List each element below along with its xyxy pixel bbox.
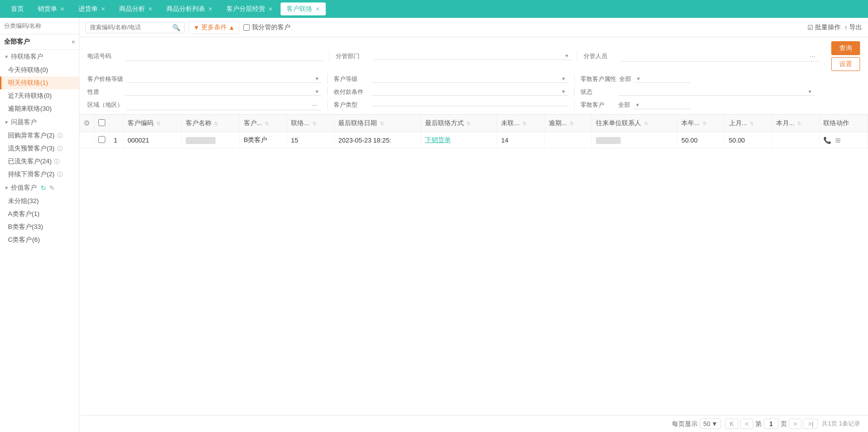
query-button[interactable]: 查询: [831, 41, 860, 55]
nav-goods-analysis-list-close[interactable]: ✕: [208, 6, 213, 12]
main-search-icon[interactable]: 🔍: [172, 24, 180, 31]
last-month-sort-icon[interactable]: ⇅: [750, 121, 754, 126]
filter-action-col: 查询 设置: [831, 41, 860, 71]
row-name-blurred: [186, 137, 216, 144]
row-name-cell: [181, 132, 239, 148]
type-sort-icon[interactable]: ⇅: [265, 121, 269, 126]
nav-customer-contact[interactable]: 客户联络 ✕: [281, 2, 326, 15]
batch-ops-button[interactable]: ☑ 批量操作: [807, 23, 841, 32]
sidebar-item-lost-risk[interactable]: 流失预警客户(3) ⓘ: [0, 142, 79, 155]
customer-type-select[interactable]: [371, 104, 568, 106]
sidebar-all-customers-header[interactable]: 全部客户 «: [0, 34, 79, 50]
table-settings-icon[interactable]: ⚙: [83, 119, 90, 127]
value-refresh-icon[interactable]: ↻: [41, 184, 46, 192]
sidebar-section-pending[interactable]: ▼ 待联络客户: [0, 50, 79, 64]
col-type: 客户... ⇅: [239, 115, 287, 132]
col-this-month: 本月... ⇅: [772, 115, 819, 132]
first-page-button[interactable]: K: [725, 419, 738, 429]
filter-toolbar: 🔍 ▼ 更多条件 ▲ 我分管的客户 ☑ 批量操作 ↑ 导出: [79, 18, 868, 37]
my-customers-checkbox[interactable]: [243, 24, 250, 31]
contact-sort-icon[interactable]: ⇅: [312, 121, 316, 126]
sidebar-item-tomorrow-contact[interactable]: 明天待联络(1): [0, 76, 79, 89]
problem-arrow-icon: ▼: [4, 120, 9, 125]
phone-input[interactable]: [125, 52, 323, 61]
next-page-button[interactable]: >: [789, 419, 802, 429]
region-select[interactable]: ···: [126, 100, 321, 110]
not-contacted-sort-icon[interactable]: ⇅: [522, 121, 526, 126]
page-number-input[interactable]: [764, 419, 779, 429]
sidebar-search-box[interactable]: 🔍: [0, 18, 79, 34]
filter-dept: 分管部门 ▼: [336, 52, 572, 61]
row-checkbox[interactable]: [98, 136, 105, 143]
action-phone-icon[interactable]: 📞: [823, 137, 831, 144]
search-box[interactable]: 🔍: [85, 22, 185, 33]
manager-dots-icon[interactable]: ···: [807, 52, 817, 60]
sidebar-item-overdue-contact[interactable]: 逾期来联络(30): [0, 102, 79, 115]
retail-attr-select[interactable]: ▼: [634, 75, 691, 83]
nav-home[interactable]: 首页: [5, 2, 30, 15]
nature-select[interactable]: ▼: [125, 88, 321, 96]
this-year-sort-icon[interactable]: ⇅: [703, 121, 707, 126]
row-last-month-cell: 50.00: [724, 132, 772, 148]
retail-customer-select[interactable]: ▼: [633, 101, 690, 109]
sidebar-item-week-contact[interactable]: 近7天待联络(0): [0, 89, 79, 102]
main-search-input[interactable]: [90, 24, 172, 31]
status-select[interactable]: ▼: [618, 88, 814, 96]
select-all-checkbox[interactable]: [98, 119, 105, 126]
name-sort-icon[interactable]: ⇅: [214, 121, 218, 126]
pending-section-label: 待联络客户: [11, 52, 43, 61]
nav-customer-contact-close[interactable]: ✕: [315, 6, 320, 12]
sidebar-collapse-icon[interactable]: «: [72, 38, 75, 45]
sidebar-item-class-b[interactable]: B类客户(33): [0, 220, 79, 233]
nav-sales-close[interactable]: ✕: [60, 6, 65, 12]
row-settings-cell: [79, 132, 94, 148]
unit-sort-icon[interactable]: ⇅: [644, 121, 648, 126]
nav-goods-analysis-close[interactable]: ✕: [148, 6, 152, 12]
overdue-sort-icon[interactable]: ⇅: [570, 121, 574, 126]
nav-customer-segment-close[interactable]: ✕: [268, 6, 273, 12]
payment-select[interactable]: ▼: [371, 88, 568, 96]
nature-chevron-icon: ▼: [314, 89, 319, 94]
sidebar-search-input[interactable]: [4, 22, 78, 29]
nav-purchase-close[interactable]: ✕: [101, 6, 105, 12]
prev-page-button[interactable]: <: [740, 419, 753, 429]
code-sort-icon[interactable]: ⇅: [156, 121, 160, 126]
my-customers-checkbox-group[interactable]: 我分管的客户: [243, 23, 290, 32]
nav-goods-analysis[interactable]: 商品分析 ✕: [113, 2, 158, 15]
last-method-sort-icon[interactable]: ⇅: [466, 121, 470, 126]
this-month-sort-icon[interactable]: ⇅: [797, 121, 801, 126]
sidebar-item-today-contact[interactable]: 今天待联络(0): [0, 64, 79, 76]
col-code: 客户编码 ⇅: [124, 115, 182, 132]
sidebar-item-class-c[interactable]: C类客户(6): [0, 233, 79, 246]
value-edit-icon[interactable]: ✎: [49, 184, 55, 192]
sidebar-item-repurchase-abnormal[interactable]: 回购异常客户(2) ⓘ: [0, 129, 79, 142]
nav-customer-segment[interactable]: 客户分层经营 ✕: [220, 2, 279, 15]
main-layout: 🔍 全部客户 « ▼ 待联络客户 今天待联络(0) 明天待联络(1) 近7天待联…: [0, 18, 868, 432]
last-date-sort-icon[interactable]: ⇅: [380, 121, 384, 126]
sidebar-item-class-a[interactable]: A类客户(1): [0, 208, 79, 220]
nav-sales[interactable]: 销货单 ✕: [32, 2, 71, 15]
more-filters-button[interactable]: ▼ 更多条件 ▲: [189, 21, 239, 34]
price-level-select[interactable]: ▼: [126, 75, 321, 83]
customer-level-select[interactable]: ▼: [371, 75, 568, 83]
last-page-button[interactable]: >|: [803, 419, 818, 429]
sidebar-section-problem[interactable]: ▼ 问题客户: [0, 115, 79, 129]
action-grid-icon[interactable]: ⊞: [835, 137, 841, 144]
set-button[interactable]: 设置: [831, 57, 860, 71]
filter-phone: 电话号码: [87, 52, 323, 61]
filter-icon: ▼: [193, 24, 200, 31]
sidebar-item-continuous-decline[interactable]: 持续下滑客户(2) ⓘ: [0, 168, 79, 181]
row-last-method-cell: 下销货单: [421, 132, 497, 148]
nav-goods-analysis-list[interactable]: 商品分析列表 ✕: [160, 2, 218, 15]
page-size-selector: 每页显示 50 ▼: [672, 419, 721, 429]
dept-select[interactable]: ▼: [373, 52, 572, 60]
manager-select[interactable]: ···: [621, 51, 819, 62]
last-method-link[interactable]: 下销货单: [425, 136, 451, 144]
region-dots-icon[interactable]: ···: [310, 101, 320, 109]
sidebar-section-value[interactable]: ▼ 价值客户 ↻ ✎: [0, 181, 79, 195]
sidebar-item-already-lost[interactable]: 已流失客户(24) ⓘ: [0, 155, 79, 168]
page-size-box[interactable]: 50 ▼: [700, 419, 721, 429]
nav-purchase[interactable]: 进货单 ✕: [72, 2, 111, 15]
sidebar-item-unclassified[interactable]: 未分组(32): [0, 195, 79, 208]
export-button[interactable]: ↑ 导出: [845, 23, 863, 32]
